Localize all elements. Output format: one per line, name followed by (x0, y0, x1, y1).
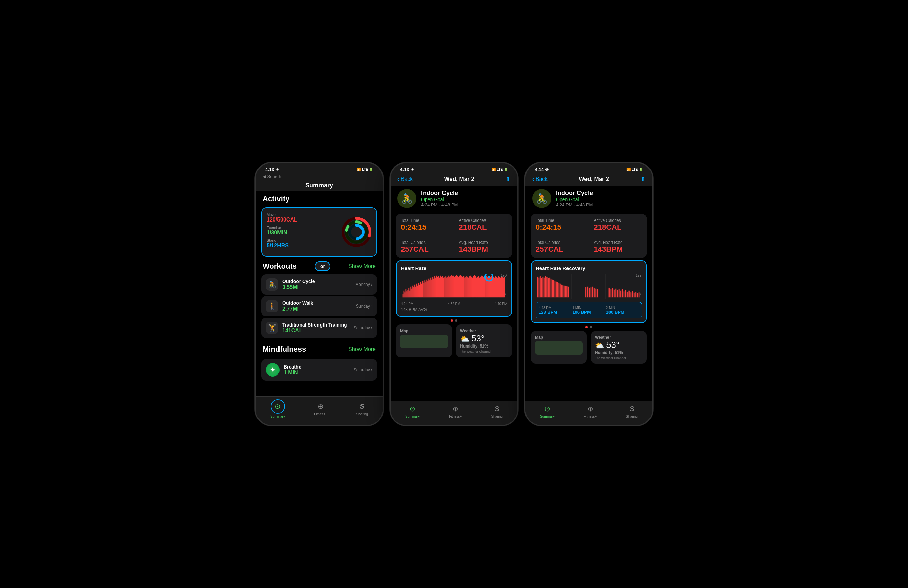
share-button-3[interactable]: ⬆ (640, 175, 646, 183)
tab-sharing-3[interactable]: S Sharing (626, 404, 637, 418)
tab-sharing-2[interactable]: S Sharing (491, 404, 502, 418)
fitness-label-2: Fitness+ (449, 414, 462, 418)
svg-rect-14 (410, 286, 411, 297)
tab-summary-2[interactable]: ⊙ Summary (405, 404, 420, 418)
tab-summary-3[interactable]: ⊙ Summary (540, 404, 555, 418)
workout-cycle-right: Monday › (356, 282, 372, 287)
svg-rect-155 (629, 291, 629, 297)
phone-content-2[interactable]: 🚴 Indoor Cycle Open Goal 4:24 PM - 4:48 … (391, 186, 517, 401)
hr-rec-1min: 1 MIN 106 BPM (572, 305, 605, 316)
show-more-workouts[interactable]: Show More (348, 263, 376, 269)
breathe-value: 1 MIN (283, 370, 349, 376)
svg-rect-64 (460, 275, 461, 297)
svg-rect-37 (433, 279, 434, 297)
workout-walk-info: Outdoor Walk 2.77MI (282, 300, 352, 312)
svg-rect-41 (437, 277, 438, 297)
sharing-icon-1: S (357, 402, 367, 411)
search-back-1[interactable]: ◀ Search (262, 174, 281, 179)
scroll-dots-2 (391, 320, 517, 322)
phone-3: 4:14 ✈ 📶 LTE 🔋 ‹ Back Wed, Mar 2 ⬆ 🚴 Ind… (525, 162, 653, 426)
svg-rect-131 (564, 286, 565, 297)
weather-cell-3: Weather ⛅ 53° Humidity: 51% The Weather … (591, 331, 647, 364)
svg-rect-58 (454, 277, 455, 297)
time-2: 4:13 ✈ (400, 167, 414, 172)
workout-detail-time-3: 4:24 PM - 4:48 PM (556, 202, 593, 207)
humidity-3: Humidity: 51% (595, 350, 643, 355)
svg-rect-72 (468, 278, 469, 297)
summary-icon-2: ⊙ (408, 404, 417, 414)
workout-item-cycle[interactable]: 🚴 Outdoor Cycle 3.55MI Monday › (261, 274, 377, 295)
nav-title-2: Wed, Mar 2 (444, 176, 474, 183)
svg-rect-91 (487, 277, 488, 297)
summary-icon-1: ⊙ (273, 402, 283, 411)
svg-rect-8 (404, 292, 405, 297)
scroll-dots-3 (525, 326, 652, 328)
dot-1 (451, 320, 453, 322)
chart-title-3: Heart Rate Recovery (536, 265, 642, 271)
heart-rate-recovery-chart-3: Heart Rate Recovery (531, 260, 647, 323)
svg-rect-104 (500, 278, 501, 297)
svg-rect-146 (614, 289, 615, 297)
svg-rect-77 (473, 276, 474, 297)
svg-rect-138 (591, 287, 591, 297)
workout-item-strength[interactable]: 🏋 Traditional Strength Training 141CAL S… (261, 318, 377, 338)
svg-rect-29 (425, 282, 426, 297)
svg-rect-137 (589, 288, 589, 297)
tab-fitness-3[interactable]: ⊕ Fitness+ (584, 404, 597, 418)
svg-rect-20 (416, 284, 417, 297)
stat-total-cal-2: Total Calories 257CAL (396, 236, 454, 258)
svg-rect-97 (493, 277, 494, 297)
tab-fitness-1[interactable]: ⊕ Fitness+ (314, 402, 327, 416)
map-cell-2: Map (396, 325, 452, 357)
svg-rect-117 (545, 276, 546, 297)
svg-rect-67 (463, 276, 464, 297)
svg-rect-54 (450, 276, 451, 297)
dot-2 (455, 320, 457, 322)
nav-bar-2: ‹ Back Wed, Mar 2 ⬆ (391, 174, 517, 186)
svg-rect-151 (622, 289, 623, 297)
workout-cycle-name: Outdoor Cycle (282, 279, 351, 284)
svg-rect-124 (555, 281, 555, 297)
share-button-2[interactable]: ⬆ (506, 175, 510, 183)
mindfulness-title: Mindfulness (262, 343, 306, 356)
svg-rect-90 (486, 276, 487, 297)
workout-walk-right: Sunday › (356, 304, 372, 308)
workout-detail-goal-2: Open Goal (421, 197, 458, 202)
chart-title-2: Heart Rate (401, 265, 507, 271)
chart-avg-2: 143 BPM AVG (401, 307, 507, 312)
svg-rect-9 (406, 289, 406, 297)
breathe-info: Breathe 1 MIN (283, 364, 349, 376)
workouts-header: Workouts or Show More (256, 258, 383, 273)
signal-2: 📶 LTE 🔋 (492, 168, 508, 171)
svg-rect-111 (537, 277, 538, 297)
mindfulness-item[interactable]: ✦ Breathe 1 MIN Saturday › (261, 359, 377, 381)
svg-rect-92 (488, 276, 489, 297)
svg-rect-144 (610, 289, 611, 297)
workout-strength-day: Saturday › (354, 326, 372, 330)
walk-icon: 🚶 (266, 300, 278, 312)
phone-content-1[interactable]: Activity Move 120/500CAL Exercise 1/30MI… (256, 191, 383, 396)
svg-rect-17 (413, 287, 414, 297)
back-button-3[interactable]: ‹ Back (532, 176, 547, 182)
svg-rect-43 (440, 278, 440, 297)
summary-label-2: Summary (405, 414, 420, 418)
svg-rect-15 (411, 289, 412, 297)
svg-rect-78 (474, 275, 475, 297)
svg-rect-120 (549, 278, 550, 297)
svg-rect-80 (477, 278, 477, 297)
show-more-mindfulness[interactable]: Show More (348, 346, 376, 352)
page-title-1: Summary (256, 181, 383, 191)
svg-rect-26 (422, 281, 423, 297)
tab-summary-1[interactable]: ⊙ Summary (270, 399, 285, 418)
back-button-2[interactable]: ‹ Back (398, 176, 413, 182)
svg-rect-19 (415, 286, 416, 297)
phone-content-3[interactable]: 🚴 Indoor Cycle Open Goal 4:24 PM - 4:48 … (525, 186, 652, 401)
tab-sharing-1[interactable]: S Sharing (356, 402, 368, 416)
workout-item-walk[interactable]: 🚶 Outdoor Walk 2.77MI Sunday › (261, 296, 377, 316)
phone-1: 4:13 ✈ 📶 LTE 🔋 ◀ Search Summary Activity… (255, 162, 383, 426)
sharing-label-3: Sharing (626, 414, 637, 418)
svg-rect-47 (443, 278, 444, 297)
svg-rect-119 (548, 278, 549, 297)
workout-strength-name: Traditional Strength Training (282, 322, 349, 328)
tab-fitness-2[interactable]: ⊕ Fitness+ (449, 404, 462, 418)
